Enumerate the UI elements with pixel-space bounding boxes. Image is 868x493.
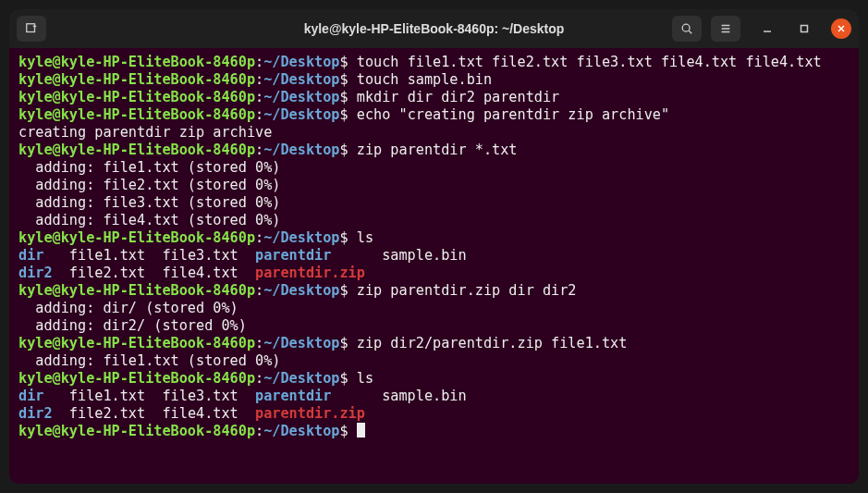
prompt-path: ~/Desktop <box>263 89 339 105</box>
prompt-user-host: kyle@kyle-HP-EliteBook-8460p <box>18 54 255 70</box>
command-text: zip dir2/parentdir.zip file1.txt <box>357 335 628 351</box>
terminal-line: adding: dir/ (stored 0%) <box>18 300 850 317</box>
titlebar-right <box>672 16 851 42</box>
close-icon <box>837 24 846 33</box>
terminal-line: kyle@kyle-HP-EliteBook-8460p:~/Desktop$ … <box>18 282 850 300</box>
prompt-path: ~/Desktop <box>263 106 339 123</box>
terminal-line: kyle@kyle-HP-EliteBook-8460p:~/Desktop$ … <box>18 370 850 388</box>
prompt-path: ~/Desktop <box>263 423 339 439</box>
output-text: adding: file4.txt (stored 0%) <box>18 212 280 228</box>
prompt-symbol: $ <box>339 335 356 351</box>
hamburger-icon <box>719 22 732 35</box>
terminal-line: kyle@kyle-HP-EliteBook-8460p:~/Desktop$ … <box>18 54 850 71</box>
titlebar[interactable]: kyle@kyle-HP-EliteBook-8460p: ~/Desktop <box>9 9 859 48</box>
ls-file: sample.bin <box>331 247 466 264</box>
ls-file: file2.txt file4.txt <box>53 265 255 281</box>
prompt-colon: : <box>255 106 263 123</box>
output-text: adding: file1.txt (stored 0%) <box>18 159 280 176</box>
ls-directory: dir2 <box>18 265 53 281</box>
prompt-symbol: $ <box>339 423 356 439</box>
terminal-line: adding: dir2/ (stored 0%) <box>18 317 850 335</box>
new-tab-icon <box>25 22 38 35</box>
prompt-path: ~/Desktop <box>263 71 339 88</box>
svg-rect-0 <box>27 24 35 32</box>
prompt-symbol: $ <box>339 282 356 299</box>
prompt-user-host: kyle@kyle-HP-EliteBook-8460p <box>18 89 255 105</box>
ls-archive: parentdir.zip <box>255 405 365 422</box>
terminal-line: dir2 file2.txt file4.txt parentdir.zip <box>18 405 850 423</box>
terminal-line: kyle@kyle-HP-EliteBook-8460p:~/Desktop$ <box>18 423 850 440</box>
command-text: ls <box>357 370 373 387</box>
minimize-button[interactable] <box>757 18 777 39</box>
terminal-line: adding: file3.txt (stored 0%) <box>18 194 850 212</box>
prompt-colon: : <box>255 54 263 70</box>
terminal-line: kyle@kyle-HP-EliteBook-8460p:~/Desktop$ … <box>18 89 850 106</box>
prompt-user-host: kyle@kyle-HP-EliteBook-8460p <box>18 229 255 246</box>
terminal-line: dir2 file2.txt file4.txt parentdir.zip <box>18 265 850 282</box>
command-text: zip parentdir.zip dir dir2 <box>357 282 577 299</box>
window-title: kyle@kyle-HP-EliteBook-8460p: ~/Desktop <box>304 21 565 36</box>
ls-file: file1.txt file3.txt <box>43 388 255 404</box>
prompt-path: ~/Desktop <box>263 142 339 158</box>
prompt-user-host: kyle@kyle-HP-EliteBook-8460p <box>18 142 255 158</box>
cursor <box>357 423 365 438</box>
search-icon <box>680 22 693 35</box>
prompt-symbol: $ <box>339 54 356 70</box>
prompt-symbol: $ <box>339 142 356 158</box>
menu-button[interactable] <box>711 16 740 42</box>
ls-directory: dir <box>18 388 43 404</box>
terminal-line: kyle@kyle-HP-EliteBook-8460p:~/Desktop$ … <box>18 335 850 352</box>
output-text: adding: file1.txt (stored 0%) <box>18 352 280 369</box>
ls-archive: parentdir.zip <box>255 265 365 281</box>
prompt-colon: : <box>255 142 263 158</box>
ls-directory: parentdir <box>255 247 331 264</box>
terminal-line: adding: file1.txt (stored 0%) <box>18 352 850 370</box>
terminal-line: kyle@kyle-HP-EliteBook-8460p:~/Desktop$ … <box>18 229 850 247</box>
ls-file: file2.txt file4.txt <box>53 405 255 422</box>
prompt-symbol: $ <box>339 89 356 105</box>
terminal-line: dir file1.txt file3.txt parentdir sample… <box>18 388 850 405</box>
output-text: adding: file3.txt (stored 0%) <box>18 194 280 211</box>
output-text: adding: file2.txt (stored 0%) <box>18 177 280 193</box>
prompt-user-host: kyle@kyle-HP-EliteBook-8460p <box>18 335 255 351</box>
terminal-window: kyle@kyle-HP-EliteBook-8460p: ~/Desktop <box>9 9 859 484</box>
new-tab-button[interactable] <box>17 16 46 42</box>
output-text: creating parentdir zip archive <box>18 124 272 141</box>
terminal-line: dir file1.txt file3.txt parentdir sample… <box>18 247 850 265</box>
prompt-path: ~/Desktop <box>263 229 339 246</box>
close-button[interactable] <box>831 18 851 39</box>
output-text: adding: dir/ (stored 0%) <box>18 300 238 316</box>
command-text: ls <box>357 229 373 246</box>
maximize-icon <box>800 24 809 33</box>
svg-point-1 <box>682 24 690 31</box>
terminal-line: adding: file1.txt (stored 0%) <box>18 159 850 177</box>
prompt-user-host: kyle@kyle-HP-EliteBook-8460p <box>18 282 255 299</box>
ls-file: sample.bin <box>331 388 466 404</box>
prompt-colon: : <box>255 423 263 439</box>
ls-directory: dir2 <box>18 405 53 422</box>
titlebar-left <box>17 16 46 42</box>
svg-rect-2 <box>801 26 808 32</box>
terminal-line: adding: file4.txt (stored 0%) <box>18 212 850 229</box>
prompt-symbol: $ <box>339 229 356 246</box>
command-text: zip parentdir *.txt <box>357 142 518 158</box>
maximize-button[interactable] <box>794 18 814 39</box>
command-text: touch sample.bin <box>357 71 492 88</box>
ls-directory: dir <box>18 247 43 264</box>
terminal-body[interactable]: kyle@kyle-HP-EliteBook-8460p:~/Desktop$ … <box>9 48 859 484</box>
prompt-user-host: kyle@kyle-HP-EliteBook-8460p <box>18 423 255 439</box>
command-text: touch file1.txt file2.txt file3.txt file… <box>357 54 822 70</box>
prompt-colon: : <box>255 229 263 246</box>
prompt-colon: : <box>255 282 263 299</box>
search-button[interactable] <box>672 16 702 42</box>
prompt-colon: : <box>255 370 263 387</box>
command-text: echo "creating parentdir zip archive" <box>357 106 669 123</box>
prompt-user-host: kyle@kyle-HP-EliteBook-8460p <box>18 370 255 387</box>
prompt-symbol: $ <box>339 106 356 123</box>
prompt-path: ~/Desktop <box>263 335 339 351</box>
prompt-path: ~/Desktop <box>263 370 339 387</box>
prompt-colon: : <box>255 71 263 88</box>
terminal-line: adding: file2.txt (stored 0%) <box>18 177 850 194</box>
prompt-user-host: kyle@kyle-HP-EliteBook-8460p <box>18 71 255 88</box>
terminal-line: kyle@kyle-HP-EliteBook-8460p:~/Desktop$ … <box>18 106 850 124</box>
